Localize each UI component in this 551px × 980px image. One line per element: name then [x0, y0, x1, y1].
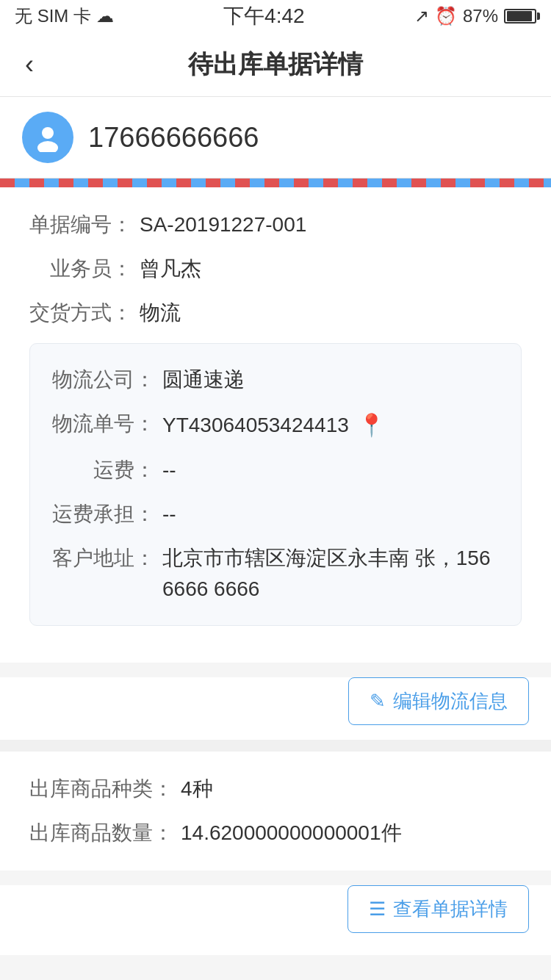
status-bar: 无 SIM 卡 ☁ 下午4:42 ↗ ⏰ 87% — [0, 0, 551, 32]
logistics-company-row: 物流公司： 圆通速递 — [52, 364, 499, 395]
logistics-freight-row: 运费： -- — [52, 455, 499, 486]
staff-label: 业务员： — [29, 253, 132, 284]
doc-number-value: SA-20191227-001 — [132, 209, 522, 240]
doc-info-section: 单据编号： SA-20191227-001 业务员： 曾凡杰 交货方式： 物流 … — [0, 187, 551, 663]
delivery-row: 交货方式： 物流 — [29, 298, 522, 328]
list-icon: ☰ — [369, 898, 386, 920]
battery-text: 87% — [463, 6, 498, 26]
customer-phone: 17666666666 — [88, 122, 259, 154]
customer-header: 17666666666 — [0, 97, 551, 179]
svg-point-1 — [37, 141, 58, 152]
logistics-address-value: 北京市市辖区海淀区永丰南 张，156 6666 6666 — [155, 543, 499, 605]
tracking-location-icon[interactable]: 📍 — [358, 408, 385, 442]
battery-icon — [504, 9, 536, 24]
logistics-tracking-value: YT43064053424413 📍 — [155, 408, 499, 442]
logistics-address-label: 客户地址： — [52, 543, 155, 574]
goods-quantity-row: 出库商品数量： 14.620000000000001件 — [29, 818, 522, 849]
avatar — [22, 112, 73, 163]
view-details-button[interactable]: ☰ 查看单据详情 — [347, 885, 529, 933]
logistics-bearer-value: -- — [155, 499, 499, 530]
alarm-icon: ⏰ — [435, 6, 457, 26]
svg-point-0 — [42, 127, 54, 139]
sim-wifi-text: 无 SIM 卡 ☁ — [15, 4, 114, 28]
status-right: ↗ ⏰ 87% — [414, 6, 536, 26]
empty-space — [0, 955, 551, 980]
status-time: 下午4:42 — [223, 2, 305, 30]
edit-logistics-container: ✎ 编辑物流信息 — [0, 677, 551, 740]
location-icon: ↗ — [414, 6, 429, 26]
view-btn-label: 查看单据详情 — [393, 896, 508, 922]
logistics-bearer-row: 运费承担： -- — [52, 499, 499, 530]
doc-number-label: 单据编号： — [29, 209, 132, 240]
logistics-tracking-label: 物流单号： — [52, 408, 155, 439]
staff-value: 曾凡杰 — [132, 253, 522, 284]
staff-row: 业务员： 曾凡杰 — [29, 253, 522, 284]
goods-type-value: 4种 — [173, 774, 522, 804]
nav-bar: ‹ 待出库单据详情 — [0, 32, 551, 97]
logistics-company-label: 物流公司： — [52, 364, 155, 395]
logistics-bearer-label: 运费承担： — [52, 499, 155, 530]
goods-quantity-label: 出库商品数量： — [29, 818, 173, 849]
view-details-container: ☰ 查看单据详情 — [0, 885, 551, 955]
back-button[interactable]: ‹ — [18, 42, 41, 87]
edit-logistics-button[interactable]: ✎ 编辑物流信息 — [348, 677, 529, 725]
goods-section: 出库商品种类： 4种 出库商品数量： 14.620000000000001件 — [0, 752, 551, 871]
logistics-freight-value: -- — [155, 455, 499, 486]
delivery-label: 交货方式： — [29, 298, 132, 328]
goods-type-label: 出库商品种类： — [29, 774, 173, 804]
logistics-card: 物流公司： 圆通速递 物流单号： YT43064053424413 📍 运费： … — [29, 343, 522, 626]
logistics-company-value: 圆通速递 — [155, 364, 499, 395]
page-title: 待出库单据详情 — [188, 48, 363, 82]
dashed-divider — [0, 179, 551, 187]
goods-type-row: 出库商品种类： 4种 — [29, 774, 522, 804]
edit-btn-label: 编辑物流信息 — [393, 688, 508, 714]
logistics-freight-label: 运费： — [52, 455, 155, 486]
logistics-tracking-row: 物流单号： YT43064053424413 📍 — [52, 408, 499, 442]
doc-number-row: 单据编号： SA-20191227-001 — [29, 209, 522, 240]
edit-icon: ✎ — [370, 690, 386, 713]
logistics-address-row: 客户地址： 北京市市辖区海淀区永丰南 张，156 6666 6666 — [52, 543, 499, 605]
goods-quantity-value: 14.620000000000001件 — [173, 818, 522, 849]
section-separator — [0, 740, 551, 752]
delivery-value: 物流 — [132, 298, 522, 328]
avatar-icon — [33, 123, 62, 152]
status-left: 无 SIM 卡 ☁ — [15, 4, 114, 28]
